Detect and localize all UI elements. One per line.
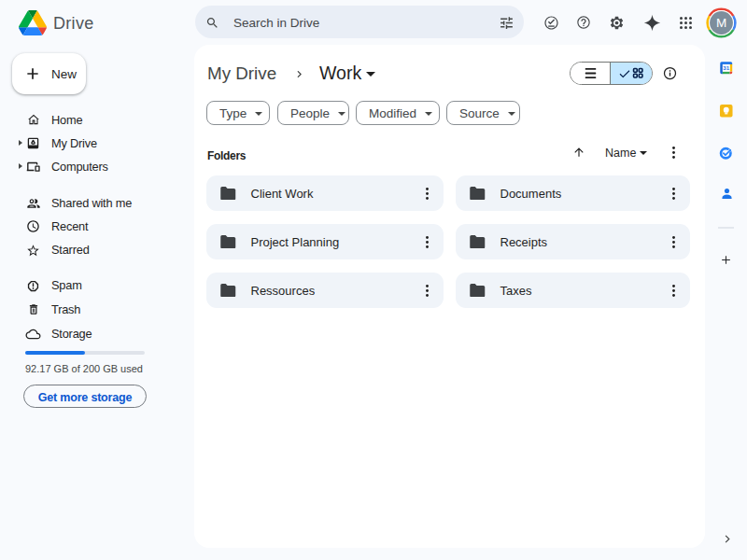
svg-text:M: M xyxy=(716,16,726,30)
svg-text:31: 31 xyxy=(723,64,729,71)
